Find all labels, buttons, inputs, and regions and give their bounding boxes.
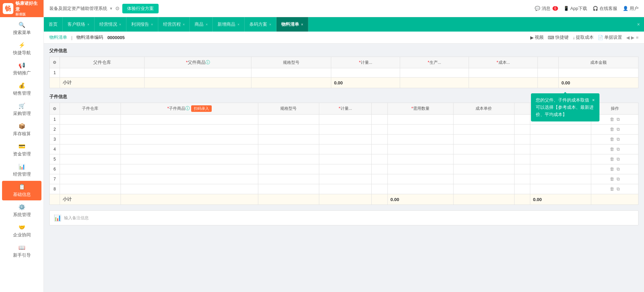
child-row-7-quantity[interactable] [319, 174, 372, 184]
tab-bom-close[interactable]: × [301, 23, 303, 26]
child-row-8-warehouse[interactable] [60, 184, 121, 194]
child-row-7-warehouse[interactable] [60, 174, 121, 184]
sidebar-item-basic-info[interactable]: 📋 基础信息 [2, 181, 41, 200]
tab-customer[interactable]: 客户联络 × [63, 17, 95, 32]
child-row-3-product[interactable] [121, 135, 258, 144]
sidebar-item-guide[interactable]: 📖 新手引导 [2, 242, 41, 261]
message-button[interactable]: 💬 消息 6 [535, 5, 558, 12]
child-row-3-copy-icon[interactable]: ⧉ [617, 137, 620, 142]
user-button[interactable]: 👤 用户 [623, 5, 639, 12]
sidebar-item-system[interactable]: ⚙️ 系统管理 [2, 201, 41, 221]
child-row-1-quantity[interactable] [319, 115, 372, 125]
child-row-8-product[interactable] [121, 184, 258, 194]
child-row-7-copy-icon[interactable]: ⧉ [617, 176, 620, 182]
tab-history-close[interactable]: × [183, 23, 185, 26]
child-row-3-unit-cost[interactable] [453, 135, 514, 144]
sidebar-item-operations[interactable]: 📊 经营管理 [2, 161, 41, 180]
child-row-2-unit-cost[interactable] [453, 125, 514, 135]
sidebar-item-purchase[interactable]: 🛒 采购管理 [2, 100, 41, 119]
child-row-1-copy-icon[interactable]: ⧉ [617, 117, 620, 122]
child-row-8-quantity[interactable] [319, 184, 372, 194]
child-row-2-spec[interactable] [258, 125, 319, 135]
child-row-5-needed[interactable] [387, 154, 453, 164]
tab-new-goods-close[interactable]: × [237, 23, 239, 26]
child-row-3-spec[interactable] [258, 135, 319, 144]
child-row-6-unit-cost[interactable] [453, 164, 514, 174]
child-row-5-warehouse[interactable] [60, 154, 121, 164]
child-row-2-warehouse[interactable] [60, 125, 121, 135]
single-settings-button[interactable]: 📄 单据设置 [598, 34, 622, 40]
child-row-5-quantity[interactable] [319, 154, 372, 164]
child-row-3-delete-icon[interactable]: 🗑 [610, 137, 614, 142]
child-row-4-delete-icon[interactable]: 🗑 [610, 147, 614, 152]
tab-home[interactable]: 首页 [44, 17, 63, 32]
child-row-1-delete-icon[interactable]: 🗑 [610, 117, 614, 122]
child-row-3-warehouse[interactable] [60, 135, 121, 144]
child-row-6-spec[interactable] [258, 164, 319, 174]
sidebar-item-finance[interactable]: 💳 资金管理 [2, 140, 41, 160]
parent-col-settings[interactable]: ⚙ [50, 57, 60, 68]
tab-operations[interactable]: 经营情况 × [95, 17, 126, 32]
tooltip-close-button[interactable]: × [592, 97, 595, 104]
parent-row-1-spec[interactable] [251, 68, 331, 78]
child-col-settings[interactable]: ⚙ [50, 103, 60, 115]
child-row-4-product[interactable] [121, 144, 258, 154]
child-row-1-needed[interactable] [387, 115, 453, 125]
tab-profit-close[interactable]: × [151, 23, 153, 26]
tab-goods-close[interactable]: × [206, 23, 208, 26]
child-row-1-product[interactable] [121, 115, 258, 125]
parent-row-1-produce[interactable] [400, 68, 469, 78]
shortcut-button[interactable]: ⌨ 快捷键 [548, 34, 569, 40]
next-page-button[interactable]: ▶ [631, 35, 634, 40]
child-row-4-quantity[interactable] [319, 144, 372, 154]
child-row-5-copy-icon[interactable]: ⧉ [617, 156, 620, 162]
child-row-1-spec[interactable] [258, 115, 319, 125]
parent-row-1-quantity[interactable] [331, 68, 400, 78]
child-row-3-quantity[interactable] [319, 135, 372, 144]
child-row-5-unit-cost[interactable] [453, 154, 514, 164]
child-row-7-product[interactable] [121, 174, 258, 184]
scan-input-button[interactable]: 扫码录入 [191, 105, 212, 112]
child-product-help-icon[interactable]: ⓘ [185, 106, 190, 111]
trial-button[interactable]: 体验行业方案 [122, 4, 159, 13]
nav-close-all-button[interactable]: × [633, 22, 644, 27]
sidebar-item-search[interactable]: 🔍 搜索菜单 [2, 19, 41, 38]
child-row-8-delete-icon[interactable]: 🗑 [610, 186, 614, 191]
child-row-1-unit-cost[interactable] [453, 115, 514, 125]
grid-view-button[interactable]: ≡ [636, 35, 639, 40]
sidebar-item-inventory[interactable]: 📦 库存核算 [2, 120, 41, 140]
child-row-6-copy-icon[interactable]: ⧉ [617, 166, 620, 172]
child-row-8-needed[interactable] [387, 184, 453, 194]
child-row-2-delete-icon[interactable]: 🗑 [610, 127, 614, 132]
tab-new-goods[interactable]: 新增商品 × [213, 17, 245, 32]
child-row-8-unit-cost[interactable] [453, 184, 514, 194]
child-row-7-spec[interactable] [258, 174, 319, 184]
child-row-5-product[interactable] [121, 154, 258, 164]
child-row-3-needed[interactable] [387, 135, 453, 144]
tab-goods[interactable]: 商品 × [190, 17, 213, 32]
parent-row-1-warehouse[interactable] [60, 68, 145, 78]
child-row-4-spec[interactable] [258, 144, 319, 154]
tab-bom[interactable]: 物料清单 × [276, 17, 308, 32]
child-row-6-product[interactable] [121, 164, 258, 174]
child-row-7-delete-icon[interactable]: 🗑 [610, 176, 614, 182]
child-row-7-needed[interactable] [387, 174, 453, 184]
child-row-6-warehouse[interactable] [60, 164, 121, 174]
tab-customer-close[interactable]: × [87, 23, 89, 26]
child-row-6-delete-icon[interactable]: 🗑 [610, 166, 614, 172]
child-row-2-needed[interactable] [387, 125, 453, 135]
online-service-button[interactable]: 🎧 在线客服 [593, 5, 617, 12]
parent-product-help-icon[interactable]: ⓘ [206, 60, 210, 65]
child-row-2-copy-icon[interactable]: ⧉ [617, 127, 620, 132]
sidebar-item-quick-nav[interactable]: ⚡ 快捷导航 [2, 39, 41, 59]
child-row-6-needed[interactable] [387, 164, 453, 174]
child-row-4-needed[interactable] [387, 144, 453, 154]
tab-barcode[interactable]: 条码方案 × [245, 17, 276, 32]
child-row-8-spec[interactable] [258, 184, 319, 194]
sidebar-item-enterprise[interactable]: 🤝 企业协同 [2, 221, 41, 241]
view-button[interactable]: ▶ 视频 [530, 34, 544, 40]
child-row-7-unit-cost[interactable] [453, 174, 514, 184]
prev-page-button[interactable]: ◀ [626, 35, 630, 40]
tab-barcode-close[interactable]: × [269, 23, 271, 26]
parent-row-1-cost[interactable] [469, 68, 538, 78]
